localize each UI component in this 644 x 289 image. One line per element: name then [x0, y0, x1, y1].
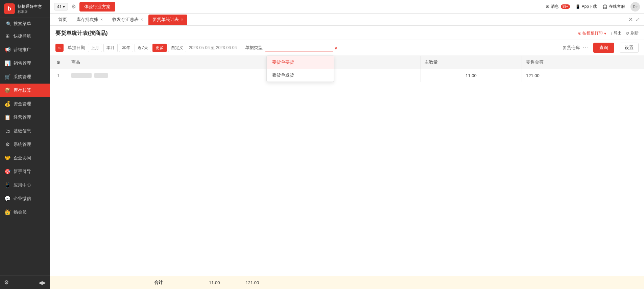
refresh-label: 刷新 [630, 30, 639, 36]
type-filter-label: 单据类型 [245, 45, 263, 51]
tab-receive-summary-close[interactable]: × [141, 17, 143, 22]
sidebar-icon-app-center: 📱 [4, 182, 11, 188]
app-logo-text: 畅捷通好生意 标准版 [18, 4, 42, 14]
sidebar-label-purchase: 采购管理 [14, 74, 31, 80]
sidebar-collapse-icon[interactable]: ◀▶ [39, 280, 46, 285]
tab-receive-summary[interactable]: 收发存汇总表 × [108, 15, 147, 25]
sidebar-label-quick-nav: 快捷导航 [14, 33, 31, 39]
dropdown-option-requisition-order[interactable]: 要货单要货 [267, 56, 334, 69]
sidebar-item-quick-nav[interactable]: ⊞ 快捷导航 [0, 29, 50, 43]
warehouse-filter-group: 要货仓库 ··· [563, 45, 589, 51]
sidebar-search[interactable]: 🔍 搜索菜单 [0, 18, 50, 29]
page-actions: 🖨 按模板打印 ▾ ↑ 导出 ↺ 刷新 [577, 30, 639, 36]
total-label: 合计 [154, 280, 163, 286]
sidebar-item-marketing[interactable]: 📢 营销推广 [0, 43, 50, 57]
row-product [67, 69, 278, 82]
sidebar-icon-sales: 📊 [4, 60, 11, 67]
table-wrap: ⚙ 商品 主计量单位 主数量 零售金额 1 块 11.00 121.00 [50, 56, 644, 276]
sidebar-item-app-center[interactable]: 📱 应用中心 [0, 178, 50, 192]
sidebar-item-basic[interactable]: 🗂 基础信息 [0, 124, 50, 138]
tab-requisition-stat[interactable]: 要货单统计表 × [148, 15, 187, 25]
store-name: 41 [57, 4, 62, 9]
type-filter-group: 单据类型 ∧ [245, 44, 338, 51]
page-header: 要货单统计表(按商品) 🖨 按模板打印 ▾ ↑ 导出 ↺ 刷新 [50, 26, 644, 40]
sidebar-footer: ⚙ ◀▶ [0, 275, 50, 289]
dropdown-option-requisition-return[interactable]: 要货单退货 [267, 69, 334, 82]
tab-home[interactable]: 首页 [54, 15, 71, 25]
page-content: 要货单统计表(按商品) 🖨 按模板打印 ▾ ↑ 导出 ↺ 刷新 [50, 26, 644, 289]
sidebar-icon-guide: 🎯 [4, 168, 11, 175]
topbar-gear-icon[interactable]: ⚙ [71, 3, 76, 10]
type-dropdown-wrap: ∧ [265, 44, 338, 51]
refresh-button[interactable]: ↺ 刷新 [626, 30, 639, 36]
export-button[interactable]: ↑ 导出 [610, 30, 622, 36]
type-dropdown-menu: 要货单要货 要货单退货 [266, 55, 334, 82]
sidebar-icon-finance: 💰 [4, 101, 11, 107]
type-dropdown-input[interactable] [265, 44, 333, 51]
sidebar-icon-vip: 👑 [4, 209, 11, 216]
sidebar-icon-marketing: 📢 [4, 46, 11, 53]
sidebar-item-wechat[interactable]: 💬 企业微信 [0, 192, 50, 205]
this-year-button[interactable]: 本年 [119, 44, 133, 52]
sidebar-label-inventory: 库存核算 [14, 87, 31, 93]
maximize-button[interactable]: ⤢ [636, 16, 640, 23]
app-label: App下载 [582, 4, 597, 9]
sidebar-label-system: 系统管理 [14, 141, 31, 148]
tab-inventory-batch-close[interactable]: × [100, 17, 103, 22]
date-filter-label: 单据日期 [68, 45, 85, 51]
print-template-button[interactable]: 🖨 按模板打印 ▾ [577, 30, 606, 36]
tab-home-label: 首页 [58, 17, 67, 23]
tab-receive-summary-label: 收发存汇总表 [112, 17, 139, 23]
sidebar-item-guide[interactable]: 🎯 新手引导 [0, 165, 50, 178]
custom-date-button[interactable]: 自定义 [168, 44, 186, 52]
type-dropdown-arrow[interactable]: ∧ [334, 45, 338, 50]
sidebar-label-enterprise: 企业协同 [14, 155, 31, 161]
close-all-button[interactable]: ✕ [628, 16, 633, 23]
sidebar-item-vip[interactable]: 👑 畅会员 [0, 205, 50, 219]
messages-button[interactable]: ✉ 消息 99+ [546, 4, 570, 9]
sidebar-label-vip: 畅会员 [14, 209, 27, 215]
sidebar-item-purchase[interactable]: 🛒 采购管理 [0, 70, 50, 84]
total-qty: 11.00 [209, 280, 220, 285]
tab-inventory-batch[interactable]: 库存批次账 × [72, 15, 107, 25]
online-service-button[interactable]: 🎧 在线客服 [602, 4, 625, 9]
sidebar-label-wechat: 企业微信 [14, 196, 31, 202]
this-month-button[interactable]: 本月 [103, 44, 118, 52]
warehouse-more-icon[interactable]: ··· [583, 45, 589, 51]
last-month-button[interactable]: 上月 [88, 44, 102, 52]
query-button[interactable]: 查询 [593, 43, 614, 53]
sidebar-item-operation[interactable]: 📋 经营管理 [0, 111, 50, 124]
tab-requisition-stat-close[interactable]: × [181, 17, 183, 22]
sidebar-label-sales: 销售管理 [14, 60, 31, 66]
col-settings[interactable]: ⚙ [50, 56, 67, 69]
sidebar-settings-icon[interactable]: ⚙ [4, 279, 9, 286]
sidebar-item-inventory[interactable]: 📦 库存核算 [0, 84, 50, 97]
trial-button[interactable]: 体验行业方案 [79, 2, 115, 12]
row-amount: 121.00 [522, 69, 644, 82]
sidebar-item-enterprise[interactable]: 🤝 企业协同 [0, 151, 50, 165]
total-amount: 121.00 [246, 280, 259, 285]
print-dropdown-icon: ▾ [604, 31, 606, 36]
sidebar-label-finance: 资金管理 [14, 101, 31, 107]
sidebar-item-system[interactable]: ⚙ 系统管理 [0, 138, 50, 151]
filter-expand-button[interactable]: » [55, 44, 64, 52]
sidebar: b 畅捷通好生意 标准版 🔍 搜索菜单 ⊞ 快捷导航 📢 营销推广 📊 销售管理… [0, 0, 50, 289]
sidebar-label-app-center: 应用中心 [14, 182, 31, 188]
settings-button[interactable]: 设置 [620, 43, 639, 53]
sidebar-label-marketing: 营销推广 [14, 47, 31, 53]
app-download-button[interactable]: 📱 App下载 [575, 4, 597, 9]
date-filter-group: 单据日期 上月 本月 本年 近7天 更多 自定义 2023-05-06 至 20… [68, 44, 237, 52]
topbar: 41 ▾ ⚙ 体验行业方案 ✉ 消息 99+ 📱 App下载 🎧 在线客服 Ri… [50, 0, 644, 14]
sidebar-item-finance[interactable]: 💰 资金管理 [0, 97, 50, 111]
user-avatar[interactable]: Rit [630, 2, 640, 12]
data-table: ⚙ 商品 主计量单位 主数量 零售金额 1 块 11.00 121.00 [50, 56, 644, 82]
table-row: 1 块 11.00 121.00 [50, 69, 644, 82]
sidebar-icon-wechat: 💬 [4, 195, 11, 202]
sidebar-label-basic: 基础信息 [14, 128, 31, 134]
last-7-days-button[interactable]: 近7天 [135, 44, 151, 52]
store-selector[interactable]: 41 ▾ [54, 3, 68, 10]
topbar-right: ✉ 消息 99+ 📱 App下载 🎧 在线客服 Rit [546, 2, 640, 12]
more-dates-button[interactable]: 更多 [152, 44, 167, 52]
product-placeholder-1 [71, 73, 92, 78]
sidebar-item-sales[interactable]: 📊 销售管理 [0, 57, 50, 70]
